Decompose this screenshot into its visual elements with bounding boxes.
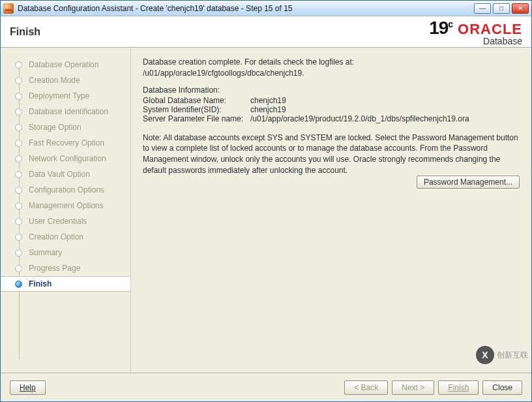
sidebar-label: Summary <box>29 248 62 257</box>
sidebar-item: Progress Page <box>1 260 130 276</box>
sidebar-label: User Credentials <box>29 217 87 226</box>
sidebar-label: Network Configuration <box>29 154 106 163</box>
watermark: X 创新互联 <box>476 346 528 364</box>
note-text: Note: All database accounts except SYS a… <box>143 132 520 176</box>
close-wizard-button[interactable]: Close <box>482 380 522 395</box>
page-title: Finish <box>10 26 40 38</box>
sidebar-item: Creation Mode <box>1 72 130 88</box>
sidebar-label: Data Vault Option <box>29 170 90 179</box>
sidebar-item: Data Vault Option <box>1 166 130 182</box>
maximize-button[interactable]: □ <box>493 3 510 14</box>
next-button[interactable]: Next > <box>392 380 434 395</box>
footer: Help < Back Next > Finish Close <box>1 373 531 401</box>
minimize-button[interactable]: — <box>474 3 491 14</box>
watermark-logo-icon: X <box>476 346 494 364</box>
sidebar-item: Creation Option <box>1 229 130 245</box>
sidebar-label: Progress Page <box>29 264 80 273</box>
sidebar-label: Fast Recovery Option <box>29 138 104 147</box>
window-frame: Database Configuration Assistant - Creat… <box>0 0 532 402</box>
sidebar-item: Fast Recovery Option <box>1 135 130 151</box>
step-dot-icon <box>15 77 22 84</box>
sid-value: chenjch19 <box>250 105 520 114</box>
oracle-sub-text: Database <box>483 37 522 46</box>
spfile-value: /u01/app/oracle19/product/19.2.0/db_1/db… <box>250 114 520 123</box>
sidebar: Database Operation Creation Mode Deploym… <box>1 48 131 373</box>
sidebar-item: Database Operation <box>1 57 130 72</box>
gdn-label: Global Database Name: <box>143 96 250 105</box>
step-dot-icon <box>15 281 22 288</box>
sidebar-label: Database Identification <box>29 107 108 116</box>
sidebar-label: Management Options <box>29 201 104 210</box>
help-button[interactable]: Help <box>10 380 46 395</box>
sidebar-label: Database Operation <box>29 60 98 69</box>
nav-buttons: < Back Next > Finish Close <box>344 380 522 395</box>
step-dot-icon <box>15 218 22 225</box>
step-dot-icon <box>15 249 22 256</box>
completion-line1: Database creation complete. For details … <box>143 57 354 67</box>
step-dot-icon <box>15 61 22 69</box>
sidebar-item: Configuration Options <box>1 182 130 198</box>
titlebar[interactable]: Database Configuration Assistant - Creat… <box>1 1 531 16</box>
back-button[interactable]: < Back <box>344 380 388 395</box>
step-dot-icon <box>15 234 22 241</box>
step-dot-icon <box>15 93 22 100</box>
body: Database Operation Creation Mode Deploym… <box>1 48 531 373</box>
sid-label: System Identifier(SID): <box>143 105 250 114</box>
window-title: Database Configuration Assistant - Creat… <box>18 4 474 13</box>
info-row-spfile: Server Parameter File name: /u01/app/ora… <box>143 114 520 123</box>
step-dot-icon <box>15 171 22 178</box>
sidebar-item: Deployment Type <box>1 88 130 104</box>
sidebar-item: Network Configuration <box>1 151 130 166</box>
step-dot-icon <box>15 108 22 116</box>
gdn-value: chenjch19 <box>250 96 520 105</box>
sidebar-item: Summary <box>1 245 130 260</box>
sidebar-label: Configuration Options <box>29 185 104 194</box>
step-dot-icon <box>15 187 22 194</box>
spfile-label: Server Parameter File name: <box>143 114 250 123</box>
watermark-text: 创新互联 <box>497 350 528 361</box>
header: Finish 19c ORACLE Database <box>1 16 531 48</box>
step-dot-icon <box>15 202 22 209</box>
step-dot-icon <box>15 124 22 131</box>
step-dot-icon <box>15 265 22 272</box>
sidebar-label: Creation Mode <box>29 76 80 85</box>
sidebar-item: Management Options <box>1 198 130 213</box>
close-button[interactable]: ✕ <box>512 3 529 14</box>
sidebar-label: Finish <box>29 279 52 288</box>
sidebar-label: Creation Option <box>29 232 83 241</box>
completion-line2: /u01/app/oracle19/cfgtoollogs/dbca/chenj… <box>143 69 304 78</box>
password-management-button[interactable]: Password Management... <box>417 176 520 189</box>
sidebar-item: User Credentials <box>1 213 130 229</box>
step-dot-icon <box>15 140 22 147</box>
completion-message: Database creation complete. For details … <box>143 57 520 79</box>
window-controls: — □ ✕ <box>474 3 529 14</box>
finish-button[interactable]: Finish <box>438 380 479 395</box>
db-info-header: Database Information: <box>143 85 520 95</box>
step-dot-icon <box>15 155 22 162</box>
oracle-brand: 19c ORACLE Database <box>429 18 522 46</box>
java-icon <box>3 3 14 14</box>
info-row-gdn: Global Database Name: chenjch19 <box>143 96 520 105</box>
main-content: Database creation complete. For details … <box>131 48 531 373</box>
version-label: 19c <box>429 18 452 39</box>
sidebar-label: Storage Option <box>29 123 81 132</box>
sidebar-label: Deployment Type <box>29 91 89 100</box>
sidebar-item: Storage Option <box>1 119 130 135</box>
oracle-logo-text: ORACLE <box>458 22 522 37</box>
info-row-sid: System Identifier(SID): chenjch19 <box>143 105 520 114</box>
sidebar-item-finish: Finish <box>1 276 130 292</box>
sidebar-item: Database Identification <box>1 104 130 119</box>
